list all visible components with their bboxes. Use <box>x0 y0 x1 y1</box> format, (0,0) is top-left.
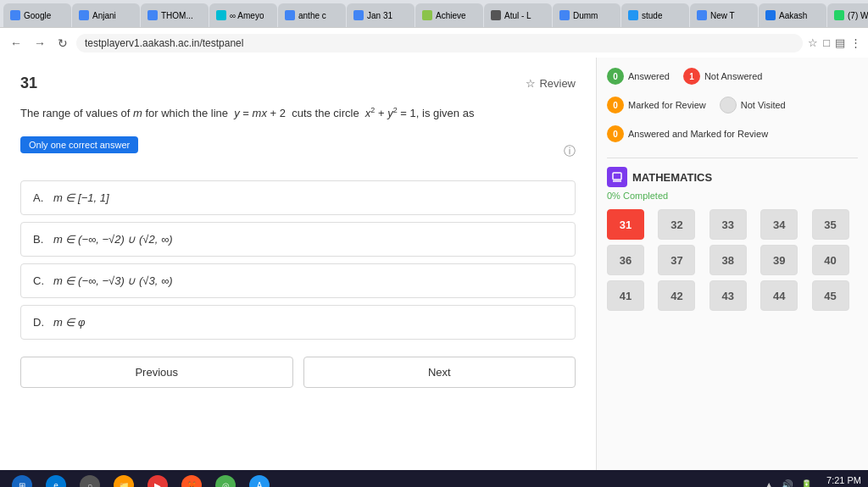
question-grid-btn-39[interactable]: 39 <box>760 245 798 275</box>
legend-row-2: 0 Marked for Review Not Visited <box>607 97 786 113</box>
question-grid-btn-34[interactable]: 34 <box>760 209 798 240</box>
legend-not-answered: 1 Not Answered <box>683 68 762 85</box>
browser-window: Google Anjani THOM... ∞ Ameyo anthe c Ja… <box>0 0 868 487</box>
right-panel: 0 Answered 1 Not Answered 0 <box>597 58 868 470</box>
tab-label: New T <box>710 11 735 20</box>
tab-google[interactable]: Google <box>3 3 71 27</box>
tab-label: ∞ Ameyo <box>230 11 264 20</box>
forward-button[interactable]: → <box>31 35 49 52</box>
question-grid-btn-33[interactable]: 33 <box>709 209 747 240</box>
legend-marked: 0 Marked for Review <box>607 97 706 113</box>
question-grid-btn-38[interactable]: 38 <box>709 245 747 275</box>
tab-label: anthe c <box>298 11 326 20</box>
question-header: 31 ☆ Review <box>20 75 576 92</box>
option-c[interactable]: C. m ∈ (−∞, −√3) ∪ (√3, ∞) <box>20 263 576 298</box>
tab-aakash[interactable]: Aakash <box>759 3 826 27</box>
info-icon[interactable]: ⓘ <box>564 144 576 159</box>
subject-icon <box>607 167 627 187</box>
question-grid-btn-36[interactable]: 36 <box>607 245 644 275</box>
tab-atul[interactable]: Atul - L <box>484 3 552 27</box>
legend-not-visited: Not Visited <box>720 97 786 113</box>
media-icon: ▶ <box>147 475 168 487</box>
tab-anthe[interactable]: anthe c <box>278 3 346 27</box>
tab-label: (7) Wh <box>848 11 868 20</box>
option-text-b: m ∈ (−∞, −√2) ∪ (√2, ∞) <box>53 233 173 246</box>
tab-label: THOM... <box>161 11 193 20</box>
tab-student[interactable]: stude <box>621 3 689 27</box>
option-d[interactable]: D. m ∈ φ <box>20 305 576 340</box>
taskbar-search[interactable]: ○ <box>75 473 105 487</box>
taskbar-app1[interactable]: A <box>244 473 275 487</box>
tab-label: stude <box>642 11 662 20</box>
bookmark-icon[interactable]: ☆ <box>808 36 818 49</box>
legend-row-1: 0 Answered 1 Not Answered <box>607 68 762 85</box>
option-a[interactable]: A. m ∈ [−1, 1] <box>20 180 576 215</box>
tab-favicon <box>834 10 844 20</box>
question-grid-btn-43[interactable]: 43 <box>709 280 747 311</box>
question-number: 31 <box>20 75 37 92</box>
taskbar-media[interactable]: ▶ <box>142 473 173 487</box>
question-grid-btn-32[interactable]: 32 <box>658 209 695 240</box>
profile-icon[interactable]: □ <box>823 36 830 49</box>
time-display: 7:21 PM <box>826 475 861 485</box>
question-grid-btn-31[interactable]: 31 <box>607 209 644 240</box>
windows-icon: ⊞ <box>12 475 32 487</box>
option-text-a: m ∈ [−1, 1] <box>53 191 109 204</box>
option-b[interactable]: B. m ∈ (−∞, −√2) ∪ (√2, ∞) <box>20 222 576 257</box>
app1-icon: A <box>249 475 270 487</box>
files-icon: 📁 <box>114 475 134 487</box>
menu-icon[interactable]: ⋮ <box>850 36 861 49</box>
taskbar-chrome[interactable]: ◎ <box>210 473 241 487</box>
tab-thom[interactable]: THOM... <box>141 3 209 27</box>
tab-new-tab[interactable]: New T <box>690 3 758 27</box>
tab-achieve[interactable]: Achieve <box>415 3 483 27</box>
edge-icon: e <box>46 475 66 487</box>
tab-bar: Google Anjani THOM... ∞ Ameyo anthe c Ja… <box>0 0 868 27</box>
tab-label: Achieve <box>436 11 466 20</box>
next-button[interactable]: Next <box>303 357 576 388</box>
question-grid-btn-42[interactable]: 42 <box>658 280 695 311</box>
tab-favicon <box>216 10 226 20</box>
tab-label: Anjani <box>92 11 116 20</box>
answer-type-badge: Only one correct answer <box>20 136 138 153</box>
review-button[interactable]: ☆ Review <box>526 77 576 90</box>
main-content: 31 ☆ Review The range of values of m for… <box>0 58 868 470</box>
tab-label: Google <box>24 11 51 20</box>
reload-button[interactable]: ↻ <box>54 35 71 52</box>
previous-button[interactable]: Previous <box>20 357 293 388</box>
taskbar-firefox[interactable]: 🦊 <box>176 473 207 487</box>
taskbar-files[interactable]: 📁 <box>108 473 139 487</box>
subject-name: MATHEMATICS <box>632 171 712 184</box>
question-text: The range of values of m for which the l… <box>20 104 576 123</box>
tab-label: Jan 31 <box>367 11 392 20</box>
back-button[interactable]: ← <box>7 35 25 52</box>
extension-icon[interactable]: ▤ <box>835 36 845 49</box>
tab-favicon <box>559 10 570 20</box>
marked-label: Marked for Review <box>628 100 706 110</box>
question-grid-btn-40[interactable]: 40 <box>812 245 849 275</box>
question-grid-btn-44[interactable]: 44 <box>760 280 798 311</box>
answered-marked-label: Answered and Marked for Review <box>628 129 768 139</box>
question-grid-btn-41[interactable]: 41 <box>607 280 644 311</box>
volume-icon: 🔊 <box>781 479 793 487</box>
address-bar: ← → ↻ ☆ □ ▤ ⋮ <box>0 27 868 58</box>
address-input[interactable] <box>76 34 803 53</box>
tab-whatsapp[interactable]: (7) Wh <box>827 3 868 27</box>
question-panel: 31 ☆ Review The range of values of m for… <box>0 58 597 470</box>
tab-ameyo[interactable]: ∞ Ameyo <box>209 3 277 27</box>
question-grid-btn-37[interactable]: 37 <box>658 245 695 275</box>
question-grid-btn-45[interactable]: 45 <box>812 280 849 311</box>
question-grid: 31 32 33 34 35 36 37 38 39 40 41 42 43 4… <box>607 209 858 311</box>
tab-favicon <box>353 10 364 20</box>
taskbar: ⊞ e ○ 📁 ▶ 🦊 <box>0 470 868 487</box>
tab-dummy[interactable]: Dumm <box>553 3 620 27</box>
marked-badge: 0 <box>607 97 624 113</box>
tab-jan31[interactable]: Jan 31 <box>347 3 415 27</box>
legend: 0 Answered 1 Not Answered 0 <box>607 68 858 147</box>
tab-favicon <box>10 10 20 20</box>
question-grid-btn-35[interactable]: 35 <box>812 209 849 240</box>
start-button[interactable]: ⊞ <box>7 473 37 487</box>
taskbar-edge[interactable]: e <box>41 473 71 487</box>
option-label-d: D. <box>33 316 47 329</box>
tab-anjani[interactable]: Anjani <box>72 3 140 27</box>
